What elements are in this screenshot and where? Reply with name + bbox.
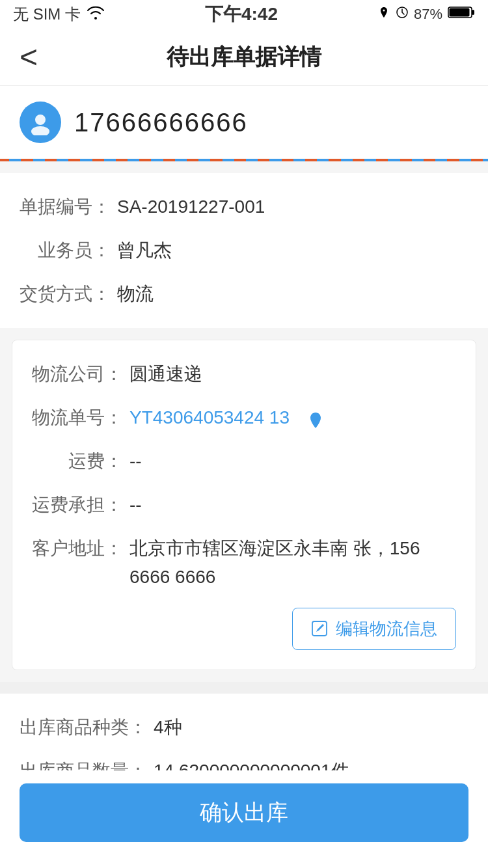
avatar — [20, 102, 61, 143]
address-row: 客户地址： 北京市市辖区海淀区永丰南 张，156 6666 6666 — [32, 534, 456, 593]
freight-row: 运费： -- — [32, 447, 456, 476]
product-types-row: 出库商品种类： 4种 — [20, 713, 468, 742]
svg-point-5 — [31, 126, 49, 135]
logistics-company-row: 物流公司： 圆通速递 — [32, 360, 456, 389]
delivery-value: 物流 — [117, 280, 468, 309]
salesman-value: 曾凡杰 — [117, 236, 468, 265]
address-label: 客户地址： — [32, 534, 123, 563]
product-types-label: 出库商品种类： — [20, 713, 147, 742]
doc-number-label: 单据编号： — [20, 193, 111, 222]
delivery-label: 交货方式： — [20, 280, 111, 309]
customer-phone: 17666666666 — [74, 108, 248, 137]
freight-label: 运费： — [32, 447, 123, 476]
confirm-btn-wrap: 确认出库 — [0, 770, 488, 868]
battery-label: 87% — [414, 6, 442, 23]
status-right: 87% — [377, 6, 475, 23]
page-title: 待出库单据详情 — [167, 42, 321, 72]
product-types-value: 4种 — [154, 713, 468, 742]
sim-label: 无 SIM 卡 — [13, 4, 81, 25]
document-info-section: 单据编号： SA-20191227-001 业务员： 曾凡杰 交货方式： 物流 — [0, 173, 488, 328]
edit-logistics-label: 编辑物流信息 — [336, 617, 437, 640]
wifi-icon — [86, 5, 105, 23]
status-time: 下午4:42 — [205, 2, 278, 27]
tracking-value: YT43064053424 13 — [129, 403, 456, 433]
address-value: 北京市市辖区海淀区永丰南 张，156 6666 6666 — [129, 534, 456, 593]
back-button[interactable]: < — [20, 42, 38, 73]
doc-number-row: 单据编号： SA-20191227-001 — [20, 193, 468, 222]
edit-logistics-button[interactable]: 编辑物流信息 — [292, 608, 456, 650]
edit-logistics-btn-row: 编辑物流信息 — [32, 608, 456, 650]
freight-bear-value: -- — [129, 491, 456, 520]
location-icon — [377, 6, 390, 23]
clock-icon — [396, 6, 409, 23]
svg-rect-2 — [472, 10, 474, 15]
status-left: 无 SIM 卡 — [13, 4, 105, 25]
customer-header: 17666666666 — [0, 86, 488, 161]
status-bar: 无 SIM 卡 下午4:42 87% — [0, 0, 488, 29]
doc-number-value: SA-20191227-001 — [117, 193, 468, 222]
salesman-label: 业务员： — [20, 236, 111, 265]
freight-bear-row: 运费承担： -- — [32, 491, 456, 520]
logistics-company-value: 圆通速递 — [129, 360, 456, 389]
logistics-section: 物流公司： 圆通速递 物流单号： YT43064053424 13 运费： --… — [12, 340, 476, 670]
edit-icon — [311, 620, 329, 638]
battery-icon — [448, 6, 475, 23]
freight-value: -- — [129, 447, 456, 476]
salesman-row: 业务员： 曾凡杰 — [20, 236, 468, 265]
svg-rect-3 — [449, 8, 469, 17]
tracking-row: 物流单号： YT43064053424 13 — [32, 403, 456, 433]
svg-point-4 — [35, 115, 46, 125]
delivery-row: 交货方式： 物流 — [20, 280, 468, 309]
confirm-btn-label: 确认出库 — [200, 798, 288, 828]
nav-bar: < 待出库单据详情 — [0, 29, 488, 86]
logistics-company-label: 物流公司： — [32, 360, 123, 389]
confirm-outbound-button[interactable]: 确认出库 — [20, 783, 468, 842]
tracking-label: 物流单号： — [32, 403, 123, 433]
gray-separator — [0, 682, 488, 694]
freight-bear-label: 运费承担： — [32, 491, 123, 520]
location-track-icon[interactable] — [304, 407, 327, 431]
